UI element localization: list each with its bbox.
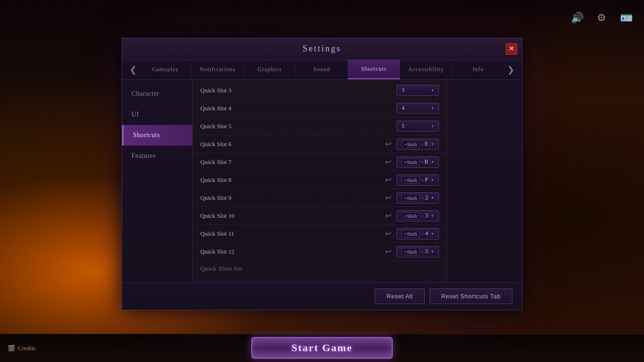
tab-gameplay[interactable]: Gameplay	[140, 60, 192, 79]
settings-modal: Settings ✕ ❮ Gameplay Notifications Grap…	[122, 38, 522, 310]
key-binding-quickslot11[interactable]: +Shift + 4 ▾	[396, 228, 439, 239]
right-panel	[446, 80, 522, 282]
action-bar: Reset All Reset Shortcuts Tab	[122, 282, 522, 310]
close-button[interactable]: ✕	[506, 43, 517, 55]
key-binding-quickslot6[interactable]: +Shift + E ▾	[396, 139, 439, 150]
sidebar-item-shortcuts[interactable]: Shortcuts	[122, 125, 192, 146]
reset-icon-quickslot8[interactable]: ↩	[383, 175, 393, 184]
shortcut-row-quickslot12: Quick Slot 12 ↩ +Shift + 5 ▾	[193, 243, 446, 261]
reset-all-button[interactable]: Reset All	[375, 288, 425, 304]
tabs-container: Gameplay Notifications Graphics Sound Sh…	[140, 60, 504, 79]
shortcut-row-quickslot11: Quick Slot 11 ↩ +Shift + 4 ▾	[193, 225, 446, 243]
key-binding-quickslot3[interactable]: 3 ▾	[396, 85, 439, 96]
shortcut-row-quickslot6: Quick Slot 6 ↩ +Shift + E ▾	[193, 135, 446, 153]
reset-shortcuts-tab-button[interactable]: Reset Shortcuts Tab	[429, 288, 512, 304]
reset-icon-quickslot12[interactable]: ↩	[383, 247, 393, 256]
key-binding-quickslot4[interactable]: 4 ▾	[396, 103, 439, 114]
section-label: Quick Slots Set	[193, 261, 446, 275]
tab-accessibility[interactable]: Accessibility	[400, 60, 453, 79]
reset-icon-quickslot10[interactable]: ↩	[383, 211, 393, 220]
sidebar-item-character[interactable]: Character	[122, 83, 192, 104]
tab-shortcuts[interactable]: Shortcuts	[348, 60, 400, 79]
main-content[interactable]: Quick Slot 3 3 ▾ Quick Slot 4 4 ▾	[193, 80, 446, 282]
tab-graphics[interactable]: Graphics	[244, 60, 296, 79]
tab-next-button[interactable]: ❯	[504, 65, 517, 75]
sidebar: Character UI Shortcuts Features	[122, 80, 193, 282]
tab-bar: ❮ Gameplay Notifications Graphics Sound …	[122, 60, 522, 80]
tab-sound[interactable]: Sound	[296, 60, 348, 79]
tab-info[interactable]: Info	[452, 60, 504, 79]
content-area: Character UI Shortcuts Features Quick Sl…	[122, 80, 522, 282]
shortcut-row-quickslot7: Quick Slot 7 ↩ +Shift + R ▾	[193, 153, 446, 171]
key-binding-quickslot5[interactable]: 5 ▾	[396, 121, 439, 132]
key-binding-quickslot12[interactable]: +Shift + 5 ▾	[396, 246, 439, 257]
reset-icon-quickslot6[interactable]: ↩	[383, 140, 393, 148]
shortcut-row-quickslot5: Quick Slot 5 5 ▾	[193, 117, 446, 135]
reset-icon-quickslot7[interactable]: ↩	[383, 157, 393, 166]
key-binding-quickslot8[interactable]: +Shift + F ▾	[396, 174, 439, 186]
shortcut-row-quickslot9: Quick Slot 9 ↩ +Shift + 2 ▾	[193, 189, 446, 207]
reset-icon-quickslot9[interactable]: ↩	[383, 193, 393, 202]
key-binding-quickslot10[interactable]: +Shift + 3 ▾	[396, 210, 439, 222]
sidebar-item-features[interactable]: Features	[122, 146, 192, 166]
reset-icon-quickslot11[interactable]: ↩	[383, 229, 393, 238]
sidebar-item-ui[interactable]: UI	[122, 104, 192, 125]
modal-header: Settings ✕	[122, 38, 522, 60]
shortcut-row-quickslot3: Quick Slot 3 3 ▾	[193, 82, 446, 99]
tab-prev-button[interactable]: ❮	[127, 65, 140, 75]
modal-overlay: Settings ✕ ❮ Gameplay Notifications Grap…	[0, 0, 644, 362]
shortcut-row-quickslot10: Quick Slot 10 ↩ +Shift + 3 ▾	[193, 207, 446, 225]
modal-title: Settings	[303, 44, 341, 53]
shortcut-row-quickslot8: Quick Slot 8 ↩ +Shift + F ▾	[193, 171, 446, 189]
key-binding-quickslot9[interactable]: +Shift + 2 ▾	[396, 192, 439, 204]
key-binding-quickslot7[interactable]: +Shift + R ▾	[396, 156, 439, 168]
shortcut-row-quickslot4: Quick Slot 4 4 ▾	[193, 99, 446, 117]
tab-notifications[interactable]: Notifications	[192, 60, 244, 79]
